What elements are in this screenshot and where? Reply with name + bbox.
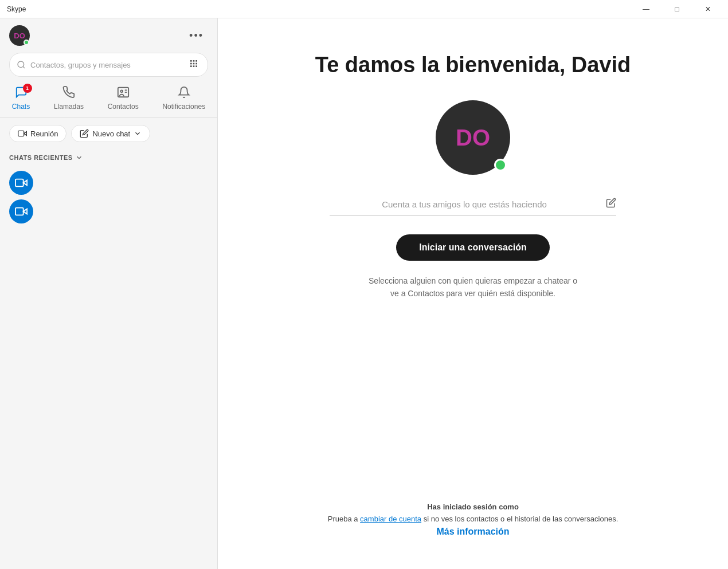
nav-tabs: 1 Chats Llamadas: [0, 81, 217, 118]
svg-line-1: [23, 66, 25, 68]
svg-rect-6: [193, 63, 195, 65]
recent-chats-header[interactable]: CHATS RECIENTES: [0, 149, 217, 166]
tab-contactos[interactable]: Contactos: [103, 84, 143, 113]
grid-button[interactable]: [187, 57, 201, 73]
user-avatar[interactable]: DO: [9, 25, 30, 46]
search-icon: [17, 60, 26, 69]
main-content: Te damos la bienvenida, David DO Cuenta …: [218, 18, 728, 569]
status-placeholder: Cuenta a tus amigos lo que estás haciend…: [330, 199, 599, 209]
action-buttons: Reunión Nuevo chat: [0, 118, 217, 149]
sidebar-header: DO •••: [0, 18, 217, 50]
signin-label: Has iniciado sesión como: [427, 503, 519, 511]
list-item[interactable]: [9, 171, 33, 195]
chevron-down-icon: [75, 154, 83, 162]
recent-chats-label: CHATS RECIENTES: [9, 154, 73, 161]
svg-rect-7: [195, 63, 197, 65]
search-input[interactable]: [30, 61, 182, 69]
edit-status-icon[interactable]: [606, 198, 616, 211]
reunion-button[interactable]: Reunión: [9, 125, 66, 142]
recent-list: [0, 166, 217, 228]
sidebar: DO •••: [0, 18, 218, 569]
tab-llamadas[interactable]: Llamadas: [49, 84, 88, 113]
phone-icon: [62, 86, 75, 99]
app-body: DO •••: [0, 18, 728, 569]
grid-icon: [189, 59, 198, 68]
reunion-label: Reunión: [30, 130, 58, 138]
more-options-button[interactable]: •••: [185, 28, 208, 44]
window-controls: — □ ✕: [633, 0, 721, 18]
video-icon: [18, 129, 27, 138]
subtitle-text: Selecciona alguien con quien quieras emp…: [364, 274, 582, 300]
svg-marker-17: [24, 180, 27, 185]
status-indicator-large: [494, 159, 507, 171]
signin-desc-after: si no ves los contactos o el historial d…: [421, 515, 618, 523]
search-bar: [9, 53, 208, 77]
list-item[interactable]: [9, 199, 33, 223]
svg-rect-8: [190, 65, 192, 67]
bell-icon: [178, 86, 190, 99]
svg-rect-10: [195, 65, 197, 67]
screen-share-icon: [15, 205, 28, 218]
contacts-icon: [117, 86, 130, 99]
tab-chats-label: Chats: [12, 103, 30, 111]
svg-marker-15: [24, 132, 27, 136]
svg-rect-20: [15, 208, 24, 215]
svg-point-0: [18, 61, 24, 68]
video-camera-icon: [15, 176, 28, 189]
tab-notificaciones-label: Notificaciones: [162, 103, 205, 111]
start-conversation-button[interactable]: Iniciar una conversación: [396, 234, 550, 261]
more-info-link[interactable]: Más información: [436, 527, 509, 536]
tab-contactos-label: Contactos: [108, 103, 139, 111]
svg-rect-4: [195, 60, 197, 62]
app-title: Skype: [7, 5, 633, 13]
edit-icon: [80, 129, 89, 138]
status-input-area[interactable]: Cuenta a tus amigos lo que estás haciend…: [330, 193, 616, 216]
svg-rect-5: [190, 63, 192, 65]
svg-rect-18: [15, 179, 24, 187]
close-button[interactable]: ✕: [695, 0, 721, 18]
welcome-title: Te damos la bienvenida, David: [315, 53, 631, 77]
chevron-down-icon: [134, 130, 142, 138]
tab-chats[interactable]: 1 Chats: [7, 84, 34, 113]
signin-info: Has iniciado sesión como Prueba a cambia…: [328, 489, 619, 546]
change-account-link[interactable]: cambiar de cuenta: [360, 515, 421, 523]
svg-marker-19: [24, 209, 27, 214]
nuevo-chat-label: Nuevo chat: [92, 130, 130, 138]
nuevo-chat-button[interactable]: Nuevo chat: [71, 125, 150, 142]
user-avatar-large: DO: [436, 100, 510, 175]
chats-badge: 1: [23, 84, 32, 93]
tab-notificaciones[interactable]: Notificaciones: [158, 84, 210, 113]
tab-llamadas-label: Llamadas: [54, 103, 84, 111]
maximize-button[interactable]: □: [664, 0, 690, 18]
signin-desc-before: Prueba a: [328, 515, 360, 523]
titlebar: Skype — □ ✕: [0, 0, 728, 18]
minimize-button[interactable]: —: [633, 0, 659, 18]
svg-rect-3: [193, 60, 195, 62]
svg-rect-16: [18, 131, 24, 136]
svg-rect-2: [190, 60, 192, 62]
svg-point-12: [120, 90, 123, 92]
status-indicator: [24, 40, 29, 45]
svg-rect-9: [193, 65, 195, 67]
